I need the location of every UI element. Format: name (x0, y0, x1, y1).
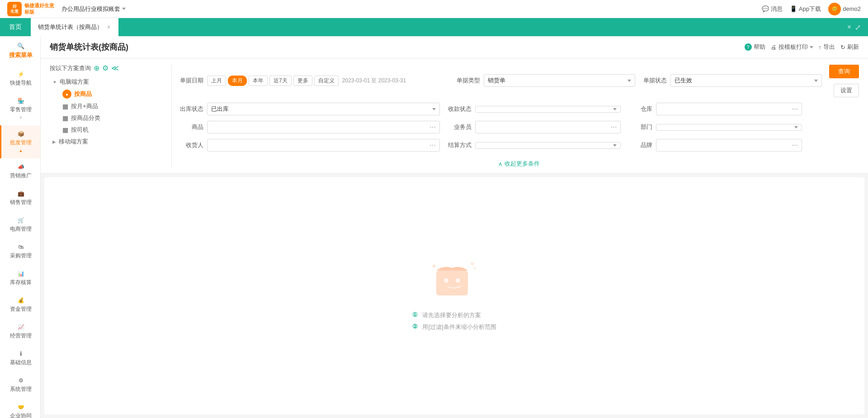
sidebar-item-retail[interactable]: 🏪 零售管理 ▼ (0, 92, 40, 125)
filter-group-outstatus: 出库状态 已出库 (179, 103, 440, 115)
sidebar-item-search-menu[interactable]: 🔍 搜索菜单 (0, 36, 40, 66)
scheme-active-icon: ● (62, 90, 71, 99)
svg-point-5 (471, 262, 474, 266)
tree-section-pc[interactable]: ▼ 电脑端方案 (50, 76, 166, 88)
svg-rect-0 (436, 271, 468, 295)
window-close-button[interactable]: × (847, 23, 851, 31)
svg-point-1 (444, 278, 448, 283)
outstatus-select[interactable]: 已出库 (207, 103, 440, 115)
sidebar-item-operations[interactable]: 📈 经营管理 (0, 318, 40, 345)
outstatus-value: 已出库 (211, 105, 229, 113)
salesman-input[interactable]: ··· (475, 121, 621, 133)
salesman-more-icon[interactable]: ··· (611, 123, 617, 131)
date-more-button[interactable]: 更多 (293, 76, 312, 86)
app-selector[interactable]: 办公用品行业模拟账套 (58, 3, 129, 15)
filter-row-1: 单据日期 上月 本月 本年 近7天 更多 自定义 2023-03-01 至 20… (179, 64, 859, 97)
empty-text: ① 请先选择要分析的方案 ② 用[过滤]条件来缩小分析范围 (412, 311, 496, 335)
brand-more-icon[interactable]: ··· (792, 141, 798, 149)
tree-section-mobile[interactable]: ▶ 移动端方案 (50, 136, 166, 147)
date-this-year-button[interactable]: 本年 (249, 76, 268, 86)
filter-group-warehouse: 仓库 ··· (628, 103, 802, 115)
empty-svg (427, 257, 481, 302)
inventory-icon: 📊 (18, 271, 24, 277)
window-maximize-button[interactable]: ⤢ (855, 23, 861, 32)
payment-label: 结算方式 (447, 141, 472, 149)
tab-active[interactable]: 销货单统计表（按商品） × (31, 18, 118, 36)
help-button[interactable]: ? 帮助 (745, 43, 765, 51)
app-download-button[interactable]: 📱 App下载 (790, 5, 821, 13)
query-btn-group: 查询 设置 (829, 64, 859, 97)
filter-group-receiver: 收货人 ··· (179, 139, 440, 152)
date-custom-button[interactable]: 自定义 (314, 76, 339, 86)
tree-item-by-category[interactable]: ▦ 按商品分类 (50, 112, 166, 124)
warehouse-more-icon[interactable]: ··· (792, 105, 798, 113)
docstatus-select[interactable]: 已生效 (670, 74, 822, 87)
goods-input[interactable]: ··· (207, 121, 440, 133)
enterprise-icon: 🤝 (18, 404, 24, 410)
tree-arrow-icon: ▼ (52, 80, 57, 85)
collapse-up-icon: ∧ (498, 161, 503, 167)
sidebar-item-finance[interactable]: 💰 资金管理 (0, 292, 40, 318)
sidebar-item-ecommerce[interactable]: 🛒 电商管理 (0, 212, 40, 238)
scheme-settings-button[interactable]: ⚙ (102, 64, 108, 72)
sales-icon: 💼 (18, 190, 24, 197)
chevron-up-icon: ▲ (19, 148, 23, 153)
user-menu[interactable]: 😊 demo2 (828, 3, 861, 15)
tab-home[interactable]: 首页 (0, 18, 31, 36)
settings-button[interactable]: 设置 (834, 84, 859, 97)
filter-row-3: 商品 ··· 业务员 ··· 部门 (179, 121, 859, 133)
sidebar-item-enterprise[interactable]: 🤝 企业协同 (0, 399, 40, 418)
print-button[interactable]: 🖨 按模板打印 (771, 43, 813, 51)
sidebar-item-inventory[interactable]: 📊 库存核算 (0, 265, 40, 292)
payment-select[interactable] (475, 142, 621, 149)
doctype-dropdown-icon (627, 80, 631, 82)
sidebar-item-sales[interactable]: 💼 销售管理 (0, 185, 40, 212)
add-scheme-button[interactable]: ⊕ (94, 64, 99, 72)
collapse-button[interactable]: ∧ 收起更多条件 (179, 157, 859, 168)
tree-item-by-goods[interactable]: ● 按商品 (50, 88, 166, 100)
sidebar-item-marketing[interactable]: 📣 营销推广 (0, 158, 40, 185)
receiptstatus-select[interactable] (475, 106, 621, 113)
receiver-label: 收货人 (179, 141, 203, 149)
svg-point-2 (456, 278, 460, 283)
export-button[interactable]: ↑ 导出 (819, 43, 835, 51)
tree-item-by-month-goods[interactable]: ▦ 按月+商品 (50, 100, 166, 112)
filter-group-salesman: 业务员 ··· (447, 121, 621, 133)
refresh-button[interactable]: ↻ 刷新 (840, 43, 859, 51)
purchase-icon: 🛍 (18, 244, 24, 250)
receiver-input[interactable]: ··· (207, 139, 440, 152)
filter-group-brand: 品牌 ··· (628, 139, 802, 152)
scheme-icon: ▦ (62, 103, 68, 110)
page-title: 销货单统计表(按商品) (50, 42, 128, 58)
sidebar-item-system[interactable]: ⚙ 系统管理 (0, 372, 40, 399)
query-button[interactable]: 查询 (829, 65, 859, 78)
tab-close-button[interactable]: × (106, 23, 111, 31)
doctype-select[interactable]: 销货单 (484, 74, 635, 87)
message-button[interactable]: 💬 消息 (762, 5, 783, 13)
svg-point-3 (433, 265, 435, 267)
logo-icon: 好生意 (7, 2, 22, 16)
date-last-month-button[interactable]: 上月 (207, 76, 226, 86)
page-actions: ? 帮助 🖨 按模板打印 ↑ 导出 ↻ 刷新 (745, 43, 859, 57)
collapse-sidebar-button[interactable]: ≪ (111, 64, 119, 72)
operations-icon: 📈 (18, 324, 24, 330)
date-this-month-button[interactable]: 本月 (228, 76, 247, 86)
filter-row-2: 出库状态 已出库 收款状态 (179, 103, 859, 115)
page-header: 销货单统计表(按商品) ? 帮助 🖨 按模板打印 ↑ 导出 ↻ 刷新 (41, 36, 868, 58)
sidebar-item-wholesale[interactable]: 📦 批发管理 ▲ (0, 125, 40, 158)
date-last-7days-button[interactable]: 近7天 (269, 76, 292, 86)
receiver-more-icon[interactable]: ··· (430, 141, 436, 149)
goods-more-icon[interactable]: ··· (430, 123, 436, 131)
svg-point-4 (474, 267, 476, 269)
dept-select[interactable] (656, 124, 802, 131)
finance-icon: 💰 (18, 297, 24, 304)
salesman-label: 业务员 (447, 123, 472, 131)
sidebar: 🔍 搜索菜单 ⚡ 快捷导航 🏪 零售管理 ▼ 📦 批发管理 ▲ 📣 营销推广 💼… (0, 36, 41, 418)
brand-input[interactable]: ··· (656, 139, 802, 152)
sidebar-item-quick-nav[interactable]: ⚡ 快捷导航 (0, 66, 40, 92)
sidebar-item-basic[interactable]: ℹ 基础信息 (0, 345, 40, 372)
sidebar-item-purchase[interactable]: 🛍 采购管理 (0, 238, 40, 265)
warehouse-input[interactable]: ··· (656, 103, 802, 115)
tree-item-by-driver[interactable]: ▦ 按司机 (50, 124, 166, 136)
warehouse-label: 仓库 (628, 105, 652, 113)
